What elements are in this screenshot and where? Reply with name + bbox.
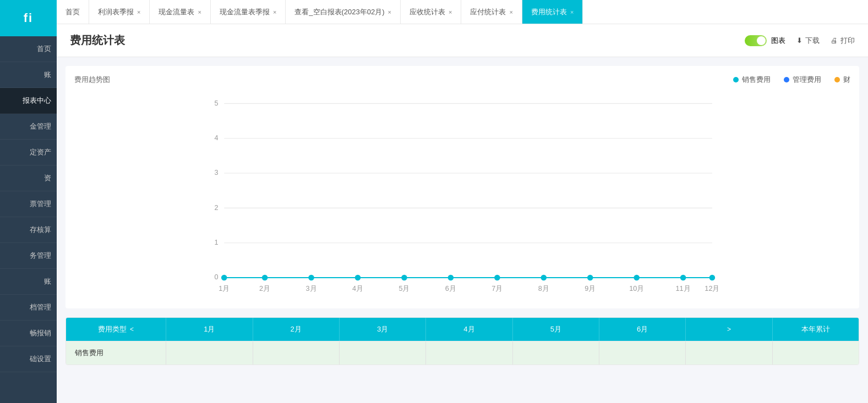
sidebar-item-home[interactable]: 首页 [0,36,57,62]
svg-text:9月: 9月 [585,285,596,292]
td-feb-sales [253,341,340,365]
chart-legend: 销售费用 管理费用 财 [733,75,850,85]
legend-finance: 财 [834,75,850,85]
td-ytd-sales [773,341,859,365]
expense-table: 费用类型 < 1月 2月 3月 4月 5月 6月 > 本年累计 销售费用 [65,317,859,365]
app-logo: fi [0,0,57,36]
tab-close-payable[interactable]: × [509,9,512,15]
tab-cashflow[interactable]: 现金流量表 × [150,0,210,24]
tab-receivable[interactable]: 应收统计表 × [401,0,461,24]
toggle-label: 图表 [771,36,785,46]
sidebar-item-assets[interactable]: 定资产 [0,140,57,165]
svg-text:3月: 3月 [306,285,317,292]
legend-dot-sales [733,77,739,82]
tab-cashflow-quarterly[interactable]: 现金流量表季报 × [211,0,286,24]
svg-point-17 [448,275,454,281]
svg-point-14 [308,275,314,281]
svg-point-13 [262,275,268,281]
chart-section: 费用趋势图 销售费用 管理费用 财 [65,66,859,308]
legend-dot-admin [784,77,789,82]
svg-text:2: 2 [215,204,219,212]
sidebar-item-capital[interactable]: 资 [0,165,57,191]
tab-blank-report[interactable]: 查看_空白报表(2023年02月) × [286,0,401,24]
header-actions: 图表 ⬇ 下载 🖨 打印 [745,35,855,46]
svg-text:8月: 8月 [538,285,549,292]
sidebar-item-expense[interactable]: 畅报销 [0,321,57,346]
svg-point-15 [355,275,361,281]
th-ytd: 本年累计 [773,318,859,341]
td-jan-sales [166,341,253,365]
chart-toggle-container: 图表 [745,35,785,46]
sidebar-item-account[interactable]: 账 [0,269,57,295]
download-icon: ⬇ [796,36,803,45]
tab-close-profit-quarterly[interactable]: × [137,9,140,15]
svg-text:10月: 10月 [629,285,644,292]
main-area: 首页 利润表季报 × 现金流量表 × 现金流量表季报 × 查看_空白报表(202… [57,0,868,403]
sidebar: fi 首页 账 报表中心 金管理 定资产 资 票管理 存核算 务管理 账 档管理… [0,0,57,403]
svg-text:12月: 12月 [705,285,719,292]
svg-point-23 [709,275,716,281]
sidebar-item-reports[interactable]: 报表中心 [0,88,57,114]
table-row-sales: 销售费用 [66,341,859,365]
next-arrow-cell[interactable]: > [686,318,772,341]
tab-close-receivable[interactable]: × [449,9,452,15]
sidebar-item-tickets[interactable]: 票管理 [0,191,57,217]
next-arrow[interactable]: > [727,325,731,333]
th-apr: 4月 [426,318,512,341]
td-type-sales: 销售费用 [66,341,166,365]
th-mar: 3月 [340,318,426,341]
svg-text:3: 3 [215,169,219,176]
th-expense-type: 费用类型 < [66,318,166,341]
print-button[interactable]: 🖨 打印 [831,36,855,46]
sidebar-item-inventory[interactable]: 存核算 [0,217,57,243]
sidebar-item-affairs[interactable]: 务管理 [0,243,57,269]
svg-point-22 [680,275,686,281]
sidebar-item-ledger[interactable]: 账 [0,62,57,88]
legend-sales: 销售费用 [733,75,771,85]
td-arrow-sales [686,341,772,365]
svg-text:7月: 7月 [492,285,503,292]
th-jun: 6月 [599,318,686,341]
svg-text:1月: 1月 [219,285,230,292]
tab-close-expense-stats[interactable]: × [570,9,574,15]
tab-home[interactable]: 首页 [57,0,89,24]
th-jan: 1月 [166,318,253,341]
sidebar-item-archive[interactable]: 档管理 [0,295,57,321]
sidebar-item-cash[interactable]: 金管理 [0,114,57,140]
print-icon: 🖨 [831,36,838,45]
chart-title: 费用趋势图 [74,75,110,85]
svg-point-20 [587,275,593,281]
th-may: 5月 [513,318,599,341]
tab-close-blank-report[interactable]: × [388,9,391,15]
td-mar-sales [340,341,426,365]
svg-text:0: 0 [215,273,219,281]
page-header: 费用统计表 图表 ⬇ 下载 🖨 打印 [57,24,868,57]
svg-point-19 [541,275,547,281]
tab-close-cashflow-quarterly[interactable]: × [273,9,276,15]
td-apr-sales [426,341,512,365]
page-title: 费用统计表 [70,33,125,48]
tab-close-cashflow[interactable]: × [198,9,201,15]
legend-admin: 管理费用 [784,75,821,85]
line-chart: 5 4 3 2 1 0 [74,89,850,298]
tab-profit-quarterly[interactable]: 利润表季报 × [89,0,150,24]
tab-payable[interactable]: 应付统计表 × [461,0,522,24]
legend-dot-finance [834,77,840,82]
sidebar-item-settings[interactable]: 础设置 [0,346,57,372]
svg-text:4月: 4月 [352,285,363,292]
content-area: 费用统计表 图表 ⬇ 下载 🖨 打印 费用趋势图 [57,24,868,403]
svg-text:4: 4 [215,134,219,142]
table-header-row: 费用类型 < 1月 2月 3月 4月 5月 6月 > 本年累计 [66,318,859,341]
td-may-sales [513,341,599,365]
svg-text:2月: 2月 [259,285,270,292]
svg-text:11月: 11月 [676,285,691,292]
svg-text:1: 1 [215,239,219,246]
td-jun-sales [599,341,686,365]
svg-text:5月: 5月 [398,285,410,292]
chart-toggle[interactable] [745,35,767,46]
download-button[interactable]: ⬇ 下载 [796,36,820,46]
svg-text:6月: 6月 [445,285,456,292]
svg-point-16 [401,275,407,281]
prev-arrow[interactable]: < [130,325,134,333]
tab-expense-stats[interactable]: 费用统计表 × [522,0,583,24]
